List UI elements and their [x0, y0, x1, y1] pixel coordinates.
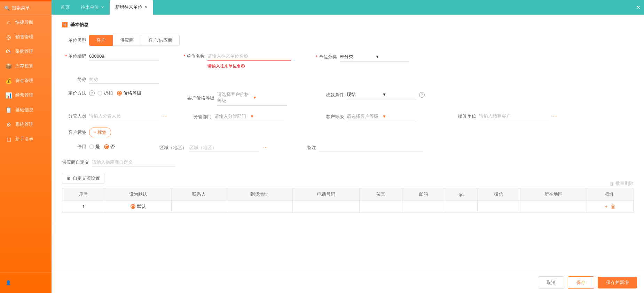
sidebar-item-quick-nav[interactable]: ⌂快捷导航	[0, 15, 52, 30]
sidebar-items: ⌂快捷导航◎销售管理🛍采购管理📦库存核算💰资金管理📊经营管理📋基础信息⚙系统管理…	[0, 15, 52, 146]
radio-no-label: 否	[110, 144, 115, 150]
tab-close-counterparts[interactable]: ✕	[101, 5, 104, 10]
unit-category-field: 单位分类 未分类 ▼	[313, 52, 445, 62]
customer-level-select[interactable]: 请选择客户等级 ▼	[347, 112, 416, 121]
table-body: 1 默认	[62, 201, 634, 213]
remarks-input[interactable]	[319, 144, 423, 152]
default-radio-circle	[131, 204, 135, 209]
unit-code-input[interactable]	[89, 52, 159, 60]
sidebar-label-basic: 基础信息	[15, 107, 33, 113]
chevron-down-icon-5: ▼	[382, 114, 416, 119]
sidebar-label-ops: 经营管理	[15, 92, 33, 98]
customer-tag-label: 客户标签	[62, 129, 86, 136]
cell-contact	[172, 201, 226, 213]
manager-ellipsis[interactable]: ···	[162, 113, 169, 119]
main-content: ⊞ 基本信息 单位类型 客户 供应商 客户/供应商 单位编码	[52, 15, 644, 272]
manager-label: 分管人员	[62, 113, 86, 119]
abbr-input[interactable]	[89, 75, 159, 84]
sidebar-item-finance[interactable]: 💰资金管理	[0, 73, 52, 88]
tab-new-counterpart[interactable]: 新增往来单位✕	[110, 0, 153, 15]
col-default: 设为默认	[105, 188, 172, 201]
type-btn-supplier[interactable]: 供应商	[113, 35, 141, 46]
unit-category-label: 单位分类	[313, 54, 337, 60]
cell-actions: + 🗑	[587, 201, 633, 213]
sidebar-item-basic[interactable]: 📋基础信息	[0, 103, 52, 117]
supplier-custom-field: 供应商自定义	[62, 158, 634, 166]
unit-name-error: 请输入往来单位名称	[207, 63, 245, 69]
customer-level-field: 客户等级 请选择客户等级 ▼	[320, 112, 452, 121]
cell-no: 1	[62, 201, 105, 213]
add-tag-button[interactable]: + 标签	[89, 128, 111, 137]
radio-discount-circle	[97, 91, 102, 96]
sidebar: 🔍 搜索菜单 ⌂快捷导航◎销售管理🛍采购管理📦库存核算💰资金管理📊经营管理📋基础…	[0, 0, 52, 293]
sidebar-item-ops[interactable]: 📊经营管理	[0, 88, 52, 103]
unit-type-field: 单位类型 客户 供应商 客户/供应商	[62, 35, 634, 46]
save-add-button[interactable]: 保存并新增	[598, 277, 637, 288]
save-button[interactable]: 保存	[568, 276, 594, 289]
customer-price-level-select[interactable]: 请选择客户价格等级 ▼	[217, 90, 287, 106]
sidebar-label-inventory: 库存核算	[15, 63, 33, 69]
type-btn-customer[interactable]: 客户	[89, 35, 113, 46]
window-close-btn[interactable]: ✕	[636, 4, 641, 11]
sidebar-label-quick-nav: 快捷导航	[15, 19, 33, 25]
payment-terms-label: 收款条件	[320, 92, 344, 98]
add-row-button[interactable]: +	[605, 204, 607, 209]
unit-category-select[interactable]: 未分类 ▼	[340, 52, 409, 62]
custom-setting-button[interactable]: ⚙ 自定义项设置	[62, 173, 104, 184]
disabled-label: 停用	[62, 144, 86, 150]
section-header: ⊞ 基本信息	[62, 22, 634, 28]
settlement-unit-input[interactable]	[479, 112, 549, 120]
unit-type-row: 单位类型 客户 供应商 客户/供应商	[62, 35, 634, 46]
remarks-label: 备注	[292, 145, 316, 151]
disabled-field: 停用 是 否	[62, 144, 159, 150]
department-placeholder: 请输入分管部门	[214, 113, 249, 120]
sidebar-icon-quick-nav: ⌂	[6, 19, 12, 25]
sidebar-item-user[interactable]: 👤	[0, 276, 52, 290]
sidebar-item-system[interactable]: ⚙系统管理	[0, 117, 52, 132]
sidebar-item-newbie[interactable]: ◻新手引导	[0, 132, 52, 146]
tab-counterparts[interactable]: 往来单位✕	[75, 0, 110, 15]
delete-row-button[interactable]: 🗑	[611, 204, 615, 209]
unit-name-row: 单位名称	[180, 52, 291, 60]
tab-close-new-counterpart[interactable]: ✕	[144, 5, 148, 10]
radio-yes-circle	[89, 144, 94, 149]
department-select[interactable]: 请输入分管部门 ▼	[214, 112, 284, 121]
settlement-ellipsis[interactable]: ···	[551, 113, 559, 119]
region-input[interactable]	[189, 144, 259, 152]
supplier-custom-input[interactable]	[92, 158, 175, 166]
sidebar-label-newbie: 新手引导	[15, 136, 33, 142]
region-ellipsis[interactable]: ···	[262, 145, 269, 151]
sidebar-item-sales[interactable]: ◎销售管理	[0, 30, 52, 44]
sidebar-search[interactable]: 🔍 搜索菜单	[0, 1, 52, 15]
pricing-help-icon[interactable]: ?	[89, 90, 95, 96]
cancel-button[interactable]: 取消	[538, 276, 564, 289]
unit-name-input[interactable]	[207, 52, 291, 60]
custom-setting-label: 自定义项设置	[73, 175, 100, 181]
radio-price-level-circle	[117, 91, 122, 96]
type-btn-both[interactable]: 客户/供应商	[141, 35, 180, 46]
tabs-container: 首页往来单位✕新增往来单位✕	[55, 0, 153, 15]
radio-price-level[interactable]: 价格等级	[117, 90, 141, 96]
col-email: 邮箱	[402, 188, 445, 201]
col-qq: qq	[445, 188, 477, 201]
abbr-field: 简称	[62, 75, 180, 84]
radio-no[interactable]: 否	[104, 144, 115, 150]
payment-terms-field: 收款条件 现结 ▼ ?	[320, 90, 452, 99]
abbr-label: 简称	[62, 76, 86, 83]
type-buttons: 客户 供应商 客户/供应商	[89, 35, 180, 46]
cell-phone	[293, 201, 359, 213]
tab-home[interactable]: 首页	[55, 0, 75, 15]
payment-help-icon[interactable]: ?	[419, 92, 425, 98]
sidebar-item-purchase[interactable]: 🛍采购管理	[0, 44, 52, 59]
batch-delete-btn[interactable]: 🗑 批量删除	[610, 180, 634, 187]
sidebar-item-inventory[interactable]: 📦库存核算	[0, 59, 52, 73]
payment-terms-select[interactable]: 现结 ▼	[347, 90, 416, 99]
table-header-row: 序号 设为默认 联系人 到货地址 电话号码 传真 邮箱 qq 微信 所在地区 操…	[62, 188, 634, 201]
radio-yes[interactable]: 是	[89, 144, 100, 150]
radio-discount[interactable]: 折扣	[97, 90, 113, 96]
manager-input[interactable]	[89, 112, 159, 120]
unit-type-label: 单位类型	[62, 37, 86, 43]
settlement-unit-label: 结算单位	[452, 113, 476, 119]
default-radio-item[interactable]: 默认	[131, 203, 146, 210]
col-wechat: 微信	[477, 188, 520, 201]
